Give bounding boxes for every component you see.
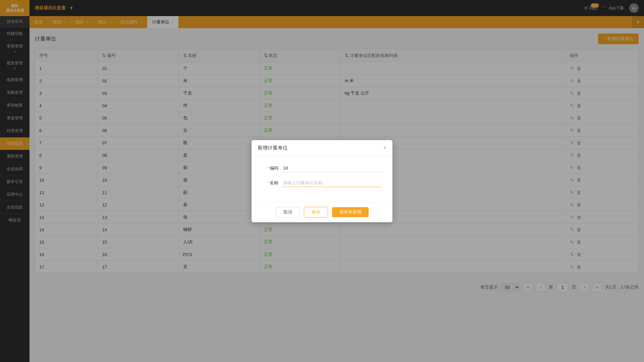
cancel-button[interactable]: 取消	[276, 207, 300, 218]
save-button[interactable]: 保存	[304, 207, 328, 218]
code-input[interactable]	[282, 164, 382, 172]
modal-footer: 取消 保存 保存并新增	[252, 202, 392, 222]
form-row-name: *名称	[262, 179, 382, 187]
modal-close-button[interactable]: ×	[383, 145, 386, 150]
modal-body: *编码 *名称	[252, 156, 392, 202]
save-and-new-button[interactable]: 保存并新增	[332, 207, 369, 217]
name-label: *名称	[262, 180, 282, 186]
modal-overlay[interactable]: 新增计量单位 × *编码 *名称 取消 保存 保存并新增	[0, 0, 644, 362]
add-unit-modal: 新增计量单位 × *编码 *名称 取消 保存 保存并新增	[252, 140, 392, 222]
modal-header: 新增计量单位 ×	[252, 140, 392, 156]
modal-title: 新增计量单位	[258, 145, 288, 151]
code-label: *编码	[262, 165, 282, 171]
name-input[interactable]	[282, 179, 382, 187]
form-row-code: *编码	[262, 164, 382, 172]
